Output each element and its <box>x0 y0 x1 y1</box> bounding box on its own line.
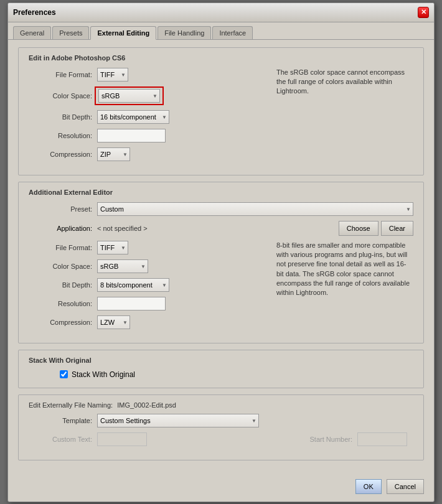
additional-info-text: 8-bit files are smaller and more compati… <box>276 241 413 298</box>
photoshop-bit-depth-label: Bit Depth: <box>29 113 97 121</box>
additional-compression-control: LZW None ZIP <box>97 315 130 329</box>
additional-color-space-row: Color Space: sRGB AdobeRGB <box>29 259 264 273</box>
choose-button[interactable]: Choose <box>339 221 379 236</box>
photoshop-file-format-select-wrapper: TIFF PSD <box>97 68 128 82</box>
photoshop-section: Edit in Adobe Photoshop CS6 File Format:… <box>18 47 424 175</box>
photoshop-resolution-control: 300 <box>97 129 166 142</box>
photoshop-color-space-select-wrapper: sRGB AdobeRGB ProPhoto RGB <box>98 89 160 103</box>
additional-preset-select[interactable]: Custom <box>97 202 413 216</box>
photoshop-file-format-select[interactable]: TIFF PSD <box>97 68 128 82</box>
additional-file-format-row: File Format: TIFF PSD <box>29 241 264 254</box>
photoshop-file-format-label: File Format: <box>29 71 97 78</box>
custom-text-input[interactable] <box>97 432 147 446</box>
additional-compression-label: Compression: <box>29 319 97 326</box>
tab-external-editing[interactable]: External Editing <box>90 26 156 40</box>
start-number-input[interactable] <box>357 432 407 446</box>
photoshop-resolution-input[interactable]: 300 <box>97 129 166 142</box>
custom-text-label: Custom Text: <box>29 436 97 443</box>
photoshop-compression-row: Compression: ZIP None LZW <box>29 147 264 161</box>
additional-resolution-row: Resolution: 240 <box>29 297 264 310</box>
tab-presets[interactable]: Presets <box>52 26 89 39</box>
photoshop-info-text: The sRGB color space cannot encompass th… <box>276 68 413 96</box>
additional-compression-select[interactable]: LZW None ZIP <box>97 315 130 329</box>
additional-resolution-control: 240 <box>97 297 166 310</box>
photoshop-resolution-row: Resolution: 300 <box>29 129 264 142</box>
photoshop-color-space-control: sRGB AdobeRGB ProPhoto RGB <box>95 86 164 105</box>
stack-section-title: Stack With Original <box>29 357 413 364</box>
close-button[interactable]: ✕ <box>418 7 429 18</box>
additional-form-fields: File Format: TIFF PSD Color <box>29 241 264 334</box>
file-naming-template-select-wrapper: Custom Settings <box>97 414 259 427</box>
stack-section: Stack With Original Stack With Original <box>18 350 424 388</box>
stack-checkbox-row: Stack With Original <box>60 370 413 379</box>
title-bar: Preferences ✕ <box>8 3 434 22</box>
stack-checkbox[interactable] <box>60 370 68 378</box>
file-naming-template-row: Template: Custom Settings <box>29 414 413 427</box>
photoshop-file-format-row: File Format: TIFF PSD <box>29 68 264 82</box>
preferences-dialog: Preferences ✕ General Presets External E… <box>7 2 435 502</box>
clear-button[interactable]: Clear <box>381 221 413 236</box>
file-naming-section: Edit Externally File Naming: IMG_0002-Ed… <box>18 394 424 460</box>
photoshop-bit-depth-row: Bit Depth: 16 bits/component 8 bits/comp… <box>29 110 264 124</box>
start-number-group: Start Number: <box>310 432 407 446</box>
additional-section-title: Additional External Editor <box>29 189 413 196</box>
additional-bit-depth-select-wrapper: 8 bits/component 16 bits/component <box>97 278 169 292</box>
additional-file-format-label: File Format: <box>29 244 97 251</box>
additional-compression-row: Compression: LZW None ZIP <box>29 315 264 329</box>
additional-resolution-label: Resolution: <box>29 300 97 307</box>
additional-section: Additional External Editor Preset: Custo… <box>18 182 424 343</box>
photoshop-bit-depth-control: 16 bits/component 8 bits/component <box>97 110 169 124</box>
photoshop-bit-depth-select-wrapper: 16 bits/component 8 bits/component <box>97 110 169 124</box>
additional-app-buttons: Choose Clear <box>339 221 413 236</box>
additional-file-format-select-wrapper: TIFF PSD <box>97 241 128 254</box>
additional-color-space-select-wrapper: sRGB AdobeRGB <box>97 259 148 273</box>
file-naming-template-select[interactable]: Custom Settings <box>97 414 259 427</box>
additional-compression-select-wrapper: LZW None ZIP <box>97 315 130 329</box>
additional-bit-depth-control: 8 bits/component 16 bits/component <box>97 278 169 292</box>
photoshop-compression-label: Compression: <box>29 151 97 158</box>
photoshop-resolution-label: Resolution: <box>29 132 97 139</box>
additional-preset-select-wrapper: Custom <box>97 202 413 216</box>
additional-fields-with-info: File Format: TIFF PSD Color <box>29 241 413 334</box>
cancel-button[interactable]: Cancel <box>387 479 424 494</box>
file-naming-bottom-row: Custom Text: Start Number: <box>29 432 413 446</box>
content-area: Edit in Adobe Photoshop CS6 File Format:… <box>8 40 434 474</box>
photoshop-color-space-row: Color Space: sRGB AdobeRGB ProPhoto RGB <box>29 86 264 105</box>
tab-bar: General Presets External Editing File Ha… <box>8 22 434 40</box>
additional-preset-label: Preset: <box>29 205 97 213</box>
stack-checkbox-label: Stack With Original <box>72 370 135 379</box>
file-naming-template-label: Template: <box>29 417 97 424</box>
additional-file-format-select[interactable]: TIFF PSD <box>97 241 128 254</box>
additional-application-value: < not specified > <box>97 225 339 232</box>
dialog-title: Preferences <box>13 8 56 17</box>
tab-interface[interactable]: Interface <box>212 26 253 39</box>
photoshop-compression-control: ZIP None LZW <box>97 147 130 161</box>
additional-color-space-label: Color Space: <box>29 263 97 270</box>
custom-text-group: Custom Text: <box>29 432 147 446</box>
additional-bit-depth-label: Bit Depth: <box>29 281 97 289</box>
photoshop-file-format-control: TIFF PSD <box>97 68 128 82</box>
tab-file-handling[interactable]: File Handling <box>158 26 211 39</box>
file-naming-filename: IMG_0002-Edit.psd <box>117 401 176 409</box>
start-number-label: Start Number: <box>310 436 352 443</box>
additional-file-format-control: TIFF PSD <box>97 241 128 254</box>
additional-application-label: Application: <box>29 225 97 232</box>
additional-resolution-input[interactable]: 240 <box>97 297 166 310</box>
additional-preset-row: Preset: Custom <box>29 202 413 216</box>
footer: OK Cancel <box>8 474 434 502</box>
additional-bit-depth-select[interactable]: 8 bits/component 16 bits/component <box>97 278 169 292</box>
additional-color-space-select[interactable]: sRGB AdobeRGB <box>97 259 148 273</box>
additional-color-space-control: sRGB AdobeRGB <box>97 259 148 273</box>
photoshop-bit-depth-select[interactable]: 16 bits/component 8 bits/component <box>97 110 169 124</box>
photoshop-form-fields: File Format: TIFF PSD Color <box>29 68 264 166</box>
file-naming-title-prefix: Edit Externally File Naming: <box>29 401 113 409</box>
photoshop-compression-select[interactable]: ZIP None LZW <box>97 147 130 161</box>
photoshop-color-space-select[interactable]: sRGB AdobeRGB ProPhoto RGB <box>98 89 160 103</box>
additional-bit-depth-row: Bit Depth: 8 bits/component 16 bits/comp… <box>29 278 264 292</box>
photoshop-compression-select-wrapper: ZIP None LZW <box>97 147 130 161</box>
tab-general[interactable]: General <box>13 26 51 39</box>
photoshop-section-title: Edit in Adobe Photoshop CS6 <box>29 54 413 62</box>
photoshop-fields-with-info: File Format: TIFF PSD Color <box>29 68 413 166</box>
photoshop-color-space-label: Color Space: <box>29 92 97 100</box>
ok-button[interactable]: OK <box>355 479 382 494</box>
